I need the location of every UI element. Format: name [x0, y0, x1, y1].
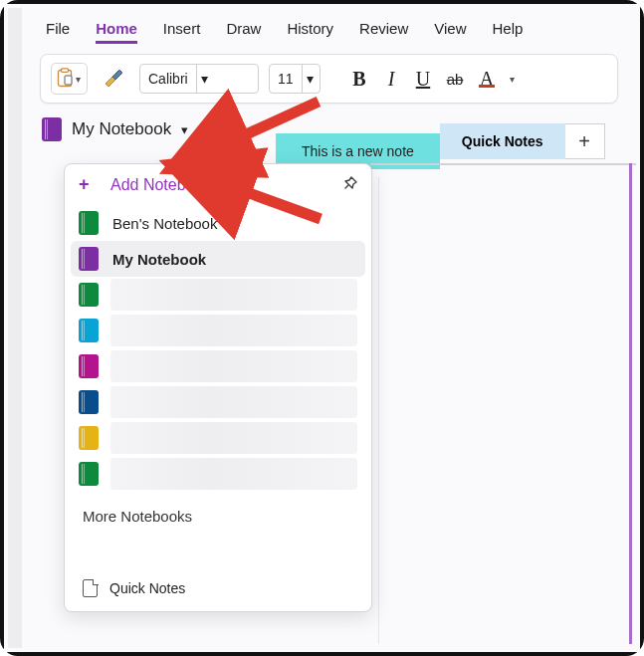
notebook-icon [79, 247, 99, 271]
strikethrough-button[interactable]: ab [444, 71, 466, 88]
menu-file[interactable]: File [46, 20, 70, 44]
chevron-down-icon[interactable]: ▾ [508, 74, 517, 85]
format-painter-button[interactable] [98, 63, 129, 95]
divider [378, 177, 379, 644]
divider [370, 163, 636, 165]
menu-history[interactable]: History [287, 20, 333, 44]
section-tabs: This is a new note Quick Notes + [276, 123, 636, 159]
notebook-option[interactable] [71, 456, 365, 492]
add-section-button[interactable]: + [565, 123, 605, 159]
notebook-option[interactable] [71, 277, 365, 313]
redacted-label [110, 315, 357, 346]
redacted-label [110, 422, 357, 454]
menu-home[interactable]: Home [96, 20, 137, 44]
page-icon [83, 579, 98, 597]
svg-rect-2 [65, 76, 72, 85]
notebook-icon [42, 117, 62, 141]
notebook-icon [79, 319, 99, 342]
quick-notes-label: Quick Notes [109, 580, 185, 596]
notebook-option[interactable]: Ben's Notebook [71, 205, 365, 241]
plus-icon: + [79, 174, 97, 195]
menu-view[interactable]: View [434, 20, 466, 44]
notebook-option[interactable] [71, 313, 365, 348]
redacted-label [110, 350, 357, 382]
svg-rect-1 [62, 68, 69, 72]
scrollbar[interactable] [629, 163, 632, 644]
notebook-label: My Notebook [112, 251, 206, 268]
notebook-dropdown: + Add Notebook Ben's Notebook My Noteboo… [64, 163, 372, 612]
notebook-icon [79, 390, 99, 414]
font-family-dropdown[interactable]: Calibri ▾ [139, 64, 259, 94]
font-size-dropdown[interactable]: 11 ▾ [269, 64, 321, 94]
ribbon: ▾ Calibri ▾ 11 ▾ B I U [40, 54, 618, 104]
bold-button[interactable]: B [348, 68, 370, 91]
menu-review[interactable]: Review [359, 20, 408, 44]
notebook-option[interactable] [71, 348, 365, 384]
more-notebooks-link[interactable]: More Notebooks [65, 492, 371, 535]
plus-icon: + [578, 130, 590, 153]
menu-insert[interactable]: Insert [163, 20, 201, 44]
notebook-option[interactable] [71, 420, 365, 456]
redacted-label [110, 279, 357, 311]
redacted-label [110, 458, 357, 490]
chevron-down-icon: ▾ [302, 65, 318, 93]
tab-section-quick-notes[interactable]: Quick Notes [440, 123, 565, 159]
quick-notes-link[interactable]: Quick Notes [65, 564, 371, 611]
menubar: File Home Insert Draw History Review Vie… [22, 8, 636, 50]
font-size-value: 11 [270, 71, 302, 87]
paste-button[interactable]: ▾ [51, 63, 88, 95]
chevron-down-icon: ▾ [74, 74, 83, 85]
current-notebook-label: My Notebook [72, 119, 171, 139]
menu-help[interactable]: Help [493, 20, 524, 44]
paintbrush-icon [102, 67, 125, 92]
menu-draw[interactable]: Draw [226, 20, 261, 44]
pin-icon[interactable] [342, 176, 357, 194]
notebook-option-selected[interactable]: My Notebook [71, 241, 365, 277]
font-color-swatch [479, 85, 495, 88]
add-notebook-link[interactable]: Add Notebook [110, 176, 342, 194]
notebook-icon [79, 211, 99, 235]
chevron-down-icon: ▾ [196, 65, 212, 93]
notebook-label: Ben's Notebook [112, 215, 217, 232]
notebook-icon [79, 426, 99, 450]
font-color-button[interactable]: A [476, 68, 498, 91]
gutter [8, 8, 22, 648]
notebook-option[interactable] [71, 384, 365, 420]
notebook-icon [79, 354, 99, 378]
italic-button[interactable]: I [380, 68, 402, 91]
redacted-label [110, 386, 357, 418]
notebook-icon [79, 462, 99, 486]
underline-button[interactable]: U [412, 68, 434, 91]
chevron-down-icon: ▾ [181, 122, 188, 137]
notebook-icon [79, 283, 99, 307]
clipboard-icon [56, 68, 74, 91]
font-family-value: Calibri [140, 71, 196, 87]
